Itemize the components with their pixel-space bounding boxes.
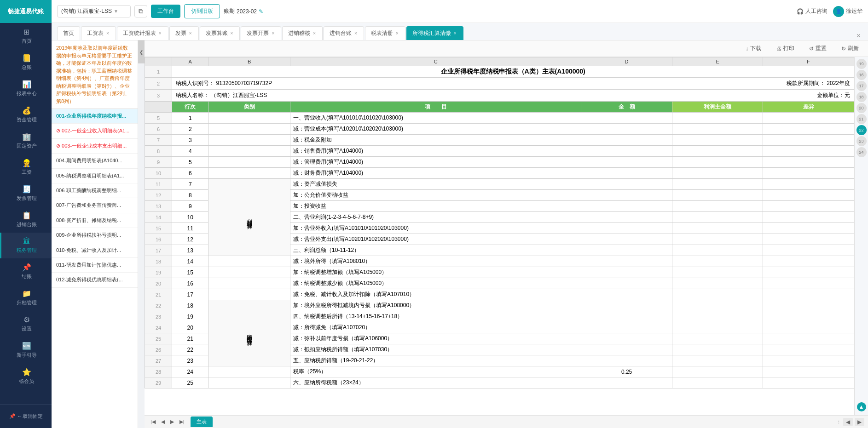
year-2022[interactable]: 22 <box>856 125 867 135</box>
scroll-right-icon[interactable]: ▶ <box>855 418 864 426</box>
sidebar-item-guide[interactable]: 🆕 新手引导 <box>0 337 52 363</box>
tab-purchase-audit[interactable]: 进销稽核 × <box>282 26 323 40</box>
tab-invoice[interactable]: 发票 × <box>169 26 199 40</box>
tab-payroll[interactable]: 工资表 × <box>81 26 116 40</box>
close-all-icon[interactable]: × <box>856 32 861 40</box>
tab-tax-list-close[interactable]: × <box>395 31 399 36</box>
copy-button[interactable]: ⧉ <box>134 5 147 17</box>
sheet-title: 企业所得税年度纳税申报表（A类）主表(A100000) <box>172 66 854 78</box>
table-header-row: 行次 类别 项 目 全 额 利润主全额 差异 <box>145 102 854 113</box>
table-row: 9 5 减：管理费用(填写A104000) <box>145 157 854 168</box>
reset-button[interactable]: ↺ 重置 <box>805 43 830 54</box>
year-2017[interactable]: 17 <box>856 81 867 91</box>
form-list-item-012[interactable]: 012-减免所得税优惠明细表(... <box>52 273 138 287</box>
year-2020[interactable]: 20 <box>856 103 867 113</box>
sidebar-item-tax[interactable]: 🏛 税务管理 <box>0 233 52 258</box>
table-row: 1 企业所得税年度纳税申报表（A类）主表(A100000) <box>145 66 854 78</box>
table-row: 2 纳税人识别号： 91320500703719732P 税款所属期间： 202… <box>145 78 854 90</box>
form-list-item-001[interactable]: 001-企业所得税年度纳税申报... <box>52 109 138 124</box>
year-2024[interactable]: 24 <box>856 147 867 157</box>
bottom-tab-main[interactable]: 主表 <box>191 417 213 427</box>
year-2016[interactable]: 16 <box>856 70 867 80</box>
sidebar-item-ledger[interactable]: 📒 总账 <box>0 49 52 75</box>
category-taxable: 应纳税所得额计算 <box>208 300 290 366</box>
sidebar-item-settings[interactable]: ⚙ 设置 <box>0 311 52 337</box>
sidebar: 畅捷通易代账 ⊞ 首页 📒 总账 📊 报表中心 💰 资金管理 🏢 固定资产 👷 … <box>0 0 52 428</box>
user-profile[interactable]: 👤 徐运华 <box>833 6 862 17</box>
year-2023[interactable]: 23 <box>856 136 867 146</box>
form-list-item-008[interactable]: 008-资产折旧、摊销及纳税... <box>52 213 138 228</box>
tab-invoice-close[interactable]: × <box>188 31 193 36</box>
switch-version-button[interactable]: 切到旧版 <box>184 4 220 18</box>
tab-invoice-open-close[interactable]: × <box>271 31 275 36</box>
app-logo: 畅捷通易代账 <box>0 0 52 23</box>
form-list-item-003[interactable]: ⊘ 003-一般企业成本支出明细... <box>52 139 138 154</box>
tab-income-tax-close[interactable]: × <box>453 31 457 36</box>
sidebar-item-payroll[interactable]: 👷 工资 <box>0 154 52 180</box>
refresh-button[interactable]: ↻ 刷新 <box>838 43 862 54</box>
sidebar-item-home[interactable]: ⊞ 首页 <box>0 23 52 49</box>
currency-label: 金额单位：元 <box>817 92 850 98</box>
invoices-icon: 🧾 <box>22 185 31 194</box>
workbench-button[interactable]: 工作台 <box>151 5 180 18</box>
member-icon: ⭐ <box>22 368 31 377</box>
table-row: 20 16 减：纳税调整减少额（填写A105000） <box>145 278 854 289</box>
tab-purchase-audit-close[interactable]: × <box>312 31 317 36</box>
form-list-item-004[interactable]: 004-期间费用明细表(A1040... <box>52 154 138 168</box>
year-2018[interactable]: 18 <box>856 92 867 102</box>
tab-invoice-calc[interactable]: 发票算账 × <box>200 26 240 40</box>
sidebar-item-reports[interactable]: 📊 报表中心 <box>0 75 52 102</box>
tab-purchase-ledger-close[interactable]: × <box>353 31 358 36</box>
collapse-panel-button[interactable]: ❮ <box>138 40 145 63</box>
year-2019[interactable]: 19 <box>856 59 867 69</box>
warning-banner: 2019年度涉及取以前年度延续数据的申报表单元格需要手工维护正确，才能保证本年及… <box>52 40 138 109</box>
tab-invoice-open[interactable]: 发票开票 × <box>241 26 281 40</box>
sidebar-item-assets[interactable]: 🏢 固定资产 <box>0 128 52 154</box>
form-list-item-005[interactable]: 005-纳税调整项目明细表(A1... <box>52 169 138 183</box>
tab-payroll-stats-label: 工资统计报表 <box>123 29 156 37</box>
form-list-item-006[interactable]: 006-职工薪酬纳税调整明细... <box>52 183 138 198</box>
year-2021[interactable]: 21 <box>856 114 867 124</box>
table-row: 10 6 减：财务费用(填写A104000) <box>145 168 854 179</box>
unpin-button[interactable]: 📌 ←取消固定 <box>0 409 52 423</box>
taxpayer-name-value: （勾销）江西服宝-LSS <box>211 92 267 98</box>
nav-prev-icon[interactable]: ◀ <box>159 418 167 426</box>
form-list-item-009[interactable]: 009-企业所得税扶补亏损明... <box>52 228 138 243</box>
tab-payroll-close[interactable]: × <box>105 31 110 36</box>
download-button[interactable]: ↓ 下载 <box>742 43 765 54</box>
tab-home[interactable]: 首页 <box>57 26 80 40</box>
sidebar-item-purchase-sales[interactable]: 📋 进销台账 <box>0 206 52 233</box>
tab-income-tax[interactable]: 所得税汇算清缴 × <box>406 26 463 40</box>
tab-purchase-ledger[interactable]: 进销台账 × <box>324 26 364 40</box>
edit-period-icon[interactable]: ✎ <box>259 8 263 15</box>
nav-first-icon[interactable]: |◀ <box>148 418 158 426</box>
customer-service[interactable]: 🎧 人工咨询 <box>797 7 827 15</box>
scroll-left-icon[interactable]: ◀ <box>843 418 853 426</box>
content-area: 2019年度涉及取以前年度延续数据的申报表单元格需要手工维护正确，才能保证本年及… <box>52 40 868 428</box>
print-button[interactable]: 🖨 打印 <box>772 43 798 54</box>
expand-timeline-icon[interactable]: ▲ <box>857 402 866 411</box>
form-list-item-007[interactable]: 007-广告费和业务宣传费跨... <box>52 198 138 213</box>
tab-home-label: 首页 <box>63 29 74 37</box>
tab-purchase-ledger-label: 进销台账 <box>330 29 352 37</box>
sidebar-item-finance[interactable]: 💰 资金管理 <box>0 102 52 128</box>
tab-invoice-calc-close[interactable]: × <box>230 31 234 36</box>
form-list-item-010[interactable]: 010-免税、减计收入及加计... <box>52 243 138 258</box>
bottom-tab-bar: |◀ ◀ ▶ ▶| 主表 ： ◀ ▶ <box>145 415 868 428</box>
sidebar-item-invoices[interactable]: 🧾 发票管理 <box>0 180 52 206</box>
sidebar-item-close[interactable]: 📌 结账 <box>0 258 52 285</box>
nav-next-icon[interactable]: ▶ <box>168 418 176 426</box>
tab-tax-list[interactable]: 税表清册 × <box>365 26 405 40</box>
tab-payroll-stats[interactable]: 工资统计报表 × <box>117 26 168 40</box>
form-list-item-011[interactable]: 011-研发费用加计扣除优惠... <box>52 258 138 273</box>
close-period-icon: 📌 <box>22 263 31 272</box>
tab-payroll-stats-close[interactable]: × <box>158 31 162 36</box>
nav-last-icon[interactable]: ▶| <box>177 418 187 426</box>
form-list-item-002[interactable]: ⊘ 002-一般企业收入明细表(A1... <box>52 124 138 138</box>
table-row: 7 3 减：税金及附加 <box>145 135 854 146</box>
company-selector[interactable]: (勾销) 江西服宝-LSS ▼ <box>57 5 131 17</box>
sidebar-item-member[interactable]: ⭐ 畅会员 <box>0 363 52 389</box>
scroll-area: ： ◀ ▶ <box>836 418 864 426</box>
sidebar-item-archive[interactable]: 📁 归档管理 <box>0 285 52 311</box>
tab-bar: 首页 工资表 × 工资统计报表 × 发票 × 发票算账 × 发票开票 × 进销稽… <box>52 23 868 40</box>
